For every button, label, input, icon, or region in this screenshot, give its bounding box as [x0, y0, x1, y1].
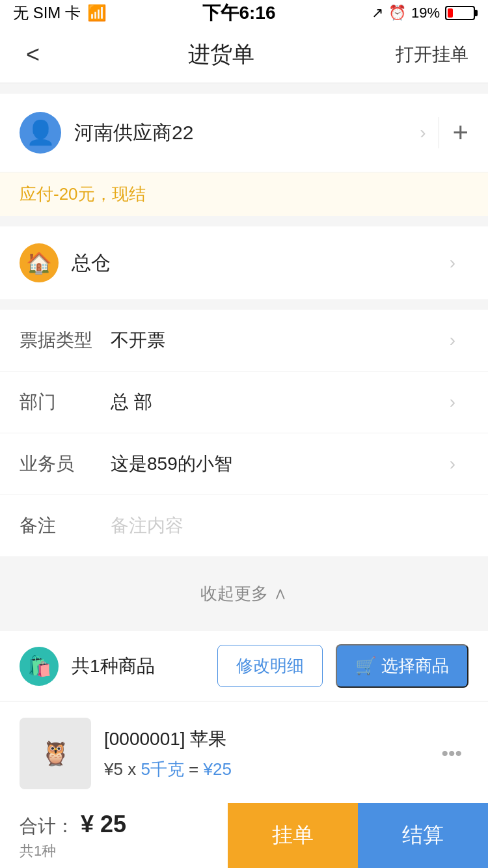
- product-price: ¥5 x 5千克 = ¥25: [104, 758, 422, 781]
- price-equals: =: [189, 759, 203, 779]
- battery-percent: 19%: [411, 5, 440, 21]
- edit-details-button[interactable]: 修改明细: [217, 645, 323, 687]
- total-label: 合计：: [20, 814, 74, 839]
- warehouse-icon-wrap: 🏠: [20, 243, 59, 282]
- product-more-button[interactable]: •••: [435, 736, 468, 771]
- invoice-label: 票据类型: [20, 328, 98, 353]
- dept-label: 部门: [20, 390, 98, 414]
- product-quantity: 5千克: [141, 759, 183, 779]
- select-product-icon: 🛒: [355, 656, 376, 676]
- product-name: [0000001] 苹果: [104, 727, 422, 752]
- total-section: 合计： ¥ 25 共1种: [0, 811, 228, 861]
- page-title: 进货单: [188, 40, 254, 70]
- add-button[interactable]: +: [439, 117, 468, 148]
- sales-label: 业务员: [20, 452, 98, 476]
- invoice-type-row[interactable]: 票据类型 不开票 ›: [0, 310, 488, 372]
- warehouse-label: 总仓: [72, 250, 450, 277]
- battery-fill: [448, 8, 453, 18]
- sales-row[interactable]: 业务员 这是859的小智 ›: [0, 433, 488, 495]
- price-value: ¥5: [104, 759, 123, 779]
- products-icon-wrap: 🛍️: [20, 647, 59, 686]
- total-sub: 共1种: [20, 841, 208, 861]
- invoice-value: 不开票: [98, 328, 450, 353]
- wifi-icon: 📶: [87, 4, 107, 22]
- remark-label: 备注: [20, 513, 98, 538]
- products-count: 共1种商品: [72, 654, 204, 679]
- supplier-row[interactable]: 👤 河南供应商22 › +: [0, 94, 488, 172]
- product-thumb-icon: 🦉: [41, 740, 70, 767]
- status-bar: 无 SIM 卡 📶 下午6:16 ↗ ⏰ 19%: [0, 0, 488, 26]
- product-item: 🦉 [0000001] 苹果 ¥5 x 5千克 = ¥25 •••: [0, 702, 488, 805]
- alarm-icon: ⏰: [388, 5, 406, 21]
- remark-row[interactable]: 备注 备注内容: [0, 495, 488, 556]
- dept-chevron-icon: ›: [450, 392, 455, 413]
- supplier-section: 👤 河南供应商22 › + 应付-20元，现结: [0, 94, 488, 216]
- total-amount: ¥ 25: [81, 811, 126, 838]
- product-title: 苹果: [190, 729, 226, 749]
- warehouse-chevron-icon: ›: [450, 252, 455, 273]
- dept-row[interactable]: 部门 总 部 ›: [0, 372, 488, 433]
- product-total: ¥25: [204, 759, 232, 779]
- chevron-right-icon: ›: [420, 122, 426, 143]
- total-main: 合计： ¥ 25: [20, 811, 208, 839]
- products-header: 🛍️ 共1种商品 修改明细 🛒 选择商品: [0, 631, 488, 701]
- bottom-bar: 合计： ¥ 25 共1种 挂单 结算: [0, 803, 488, 868]
- supplier-avatar: 👤: [20, 112, 61, 154]
- dept-value: 总 部: [98, 390, 450, 414]
- product-info: [0000001] 苹果 ¥5 x 5千克 = ¥25: [104, 727, 422, 781]
- separator-1: [0, 83, 488, 94]
- warehouse-row[interactable]: 🏠 总仓 ›: [0, 226, 488, 299]
- warehouse-section: 🏠 总仓 ›: [0, 226, 488, 299]
- home-icon: 🏠: [26, 251, 52, 275]
- form-section: 票据类型 不开票 › 部门 总 部 › 业务员 这是859的小智 › 备注 备注…: [0, 310, 488, 556]
- person-icon: 👤: [26, 119, 55, 146]
- supplier-name: 河南供应商22: [74, 120, 420, 146]
- status-right: ↗ ⏰ 19%: [372, 5, 475, 21]
- product-code: [0000001]: [104, 729, 185, 749]
- open-pending-button[interactable]: 打开挂单: [396, 42, 468, 67]
- battery-icon: [445, 6, 475, 20]
- product-thumbnail: 🦉: [20, 718, 91, 789]
- time-label: 下午6:16: [202, 1, 275, 25]
- select-product-button[interactable]: 🛒 选择商品: [336, 644, 468, 688]
- collapse-button[interactable]: 收起更多 ∧: [0, 567, 488, 621]
- supplier-info-banner: 应付-20元，现结: [0, 172, 488, 216]
- sales-value: 这是859的小智: [98, 452, 450, 476]
- select-product-label: 选择商品: [381, 655, 449, 677]
- hang-button[interactable]: 挂单: [228, 803, 358, 868]
- settle-button[interactable]: 结算: [358, 803, 488, 868]
- carrier-label: 无 SIM 卡: [13, 3, 81, 23]
- location-icon: ↗: [372, 5, 383, 21]
- remark-input[interactable]: 备注内容: [98, 513, 468, 538]
- cart-icon: 🛍️: [27, 655, 51, 677]
- price-multiply: x: [128, 759, 141, 779]
- invoice-chevron-icon: ›: [450, 330, 455, 351]
- nav-bar: < 进货单 打开挂单: [0, 26, 488, 83]
- sales-chevron-icon: ›: [450, 454, 455, 474]
- back-button[interactable]: <: [20, 34, 46, 75]
- status-left: 无 SIM 卡 📶: [13, 3, 107, 23]
